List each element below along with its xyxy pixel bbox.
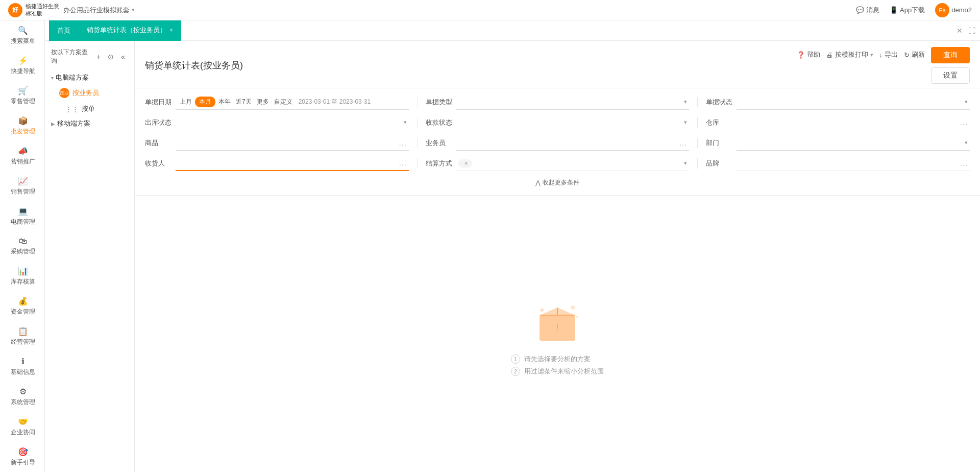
topbar-left: 好 畅捷通好生意 标准版 办公用品行业模拟账套 ▾ [8,3,135,17]
tab-close-button[interactable]: × [169,27,173,34]
department-select[interactable]: ▾ [737,135,970,151]
add-scheme-button[interactable]: + [93,52,104,62]
collapse-panel-button[interactable]: « [118,52,128,62]
settings-button[interactable]: 设置 [931,67,970,84]
sidebar-item-label: 经营管理 [11,338,35,346]
warehouse-input[interactable]: … [737,115,970,130]
sidebar-item-wholesale[interactable]: 📦 批发管理 [0,111,44,141]
finance-icon: 💰 [18,296,28,306]
message-icon: 💬 [856,6,864,14]
sidebar-item-inventory[interactable]: 📊 库存核算 [0,261,44,291]
shortcut-custom[interactable]: 自定义 [272,97,295,107]
warehouse-dots-icon[interactable]: … [960,118,968,127]
tab-home[interactable]: 首页 [49,20,79,41]
salesperson-input[interactable]: … [456,135,690,151]
refresh-button[interactable]: ↻ 刷新 [904,50,925,59]
query-button[interactable]: 查询 [931,47,970,63]
sidebar-item-quicknav[interactable]: ⚡ 快捷导航 [0,51,44,81]
goods-label: 商品 [145,138,176,148]
tab-active[interactable]: 销货单统计表（按业务员） × [79,20,181,41]
sidebar-item-basics[interactable]: ℹ 基础信息 [0,351,44,382]
sidebar-item-operations[interactable]: 📋 经营管理 [0,321,44,351]
date-range-text: 2023-03-01 至 2023-03-31 [299,98,371,106]
help-button[interactable]: ❓ 帮助 [797,50,820,59]
collapse-up-icon: ⋀ [535,179,541,186]
sidebar-item-search[interactable]: 🔍 搜索菜单 [0,20,44,51]
refresh-icon: ↻ [904,51,910,59]
sidebar-item-retail[interactable]: 🛒 零售管理 [0,81,44,111]
department-arrow-icon: ▾ [965,139,968,146]
sidebar-item-label: 基础信息 [11,368,35,376]
tree-child-salesperson[interactable]: 按业 按业务员 [45,85,134,101]
doc-status-arrow-icon: ▾ [965,99,968,105]
sub-child-icon: ⋮⋮ [65,105,79,113]
window-close-button[interactable]: ✕ [955,27,964,35]
marketing-icon: 📣 [18,146,28,156]
settle-method-input[interactable]: × ▾ [456,156,690,171]
logo-icon: 好 [8,3,22,17]
tree-desktop-parent[interactable]: ▾ 电脑端方案 [45,70,134,85]
payment-status-arrow-icon: ▾ [684,119,687,126]
brand-input[interactable]: … [737,156,970,171]
tree-mobile-parent[interactable]: ▶ 移动端方案 [45,116,134,131]
shortcut-7days[interactable]: 近7天 [234,97,254,107]
tree-section: ▾ 电脑端方案 按业 按业务员 ⋮⋮ 按单 ▶ 移动端方案 [45,68,134,133]
shortcut-more[interactable]: 更多 [255,97,271,107]
shortcut-this-month[interactable]: 本月 [195,97,215,107]
doc-type-select[interactable]: ▾ [456,95,690,110]
sidebar-item-label: 快捷导航 [11,67,35,76]
brand-dots-icon[interactable]: … [960,159,968,168]
date-label: 单据日期 [145,98,176,107]
wholesale-icon: 📦 [18,116,28,126]
out-status-label: 出库状态 [145,118,176,127]
tree-sub-child-order[interactable]: ⋮⋮ 按单 [45,101,134,116]
empty-box-svg: ! [532,297,583,343]
goods-dots-icon[interactable]: … [399,138,407,148]
copy-scheme-button[interactable]: ⊙ [106,52,116,62]
svg-text:!: ! [556,322,558,333]
payment-status-select[interactable]: ▾ [456,115,690,130]
sidebar-item-label: 采购管理 [11,247,35,256]
sidebar-item-finance[interactable]: 💰 资金管理 [0,291,44,321]
inventory-icon: 📊 [18,266,28,276]
sidebar-item-marketing[interactable]: 📣 营销推广 [0,141,44,171]
sidebar-item-system[interactable]: ⚙ 系统管理 [0,382,44,412]
sidebar-item-label: 批发管理 [11,127,35,136]
topbar-app-title[interactable]: 办公用品行业模拟账套 ▾ [63,6,135,15]
settle-tag-close-icon[interactable]: × [464,160,468,167]
shortcut-this-year[interactable]: 本年 [216,97,233,107]
settle-arrow-icon: ▾ [684,160,687,167]
brand-label: 品牌 [706,159,737,168]
out-status-select[interactable]: ▾ [176,115,409,130]
goods-input[interactable]: … [176,135,409,151]
page-title: 销货单统计表(按业务员) [145,59,243,72]
receiver-dots-icon[interactable]: … [399,158,407,168]
tabbar: 首页 销货单统计表（按业务员） × ✕ ⛶ [45,20,980,41]
sidebar-item-collab[interactable]: 🤝 企业协同 [0,412,44,442]
window-maximize-button[interactable]: ⛶ [968,27,976,35]
basics-icon: ℹ [21,357,24,366]
sidebar-item-sales[interactable]: 📈 销售管理 [0,171,44,201]
user-menu[interactable]: Ea demo2 [935,3,972,17]
app-download-button[interactable]: 📱 App下载 [890,6,925,15]
print-button[interactable]: 🖨 按模板打印 ▾ [826,50,873,59]
help-icon: ❓ [797,51,805,59]
receiver-input[interactable]: … [176,156,409,171]
doc-status-select[interactable]: ▾ [737,95,970,110]
print-arrow-icon: ▾ [870,52,873,58]
salesperson-dots-icon[interactable]: … [679,138,687,148]
collapse-button[interactable]: ⋀ 收起更多条件 [535,178,579,187]
collapse-row: ⋀ 收起更多条件 [145,176,970,189]
sidebar-item-label: 搜索菜单 [11,37,35,45]
dropdown-arrow-icon[interactable]: ▾ [132,7,135,13]
sidebar-item-purchase[interactable]: 🛍 采购管理 [0,231,44,261]
sidebar-item-newbie[interactable]: 🎯 新手引导 [0,442,44,472]
sidebar-item-ecom[interactable]: 💻 电商管理 [0,201,44,231]
message-button[interactable]: 💬 消息 [856,6,879,15]
svg-point-4 [541,309,544,312]
sidebar-item-label: 资金管理 [11,308,35,316]
sidebar: 🔍 搜索菜单 ⚡ 快捷导航 🛒 零售管理 📦 批发管理 📣 营销推广 📈 销售管… [0,20,45,472]
shortcut-last-month[interactable]: 上月 [178,97,194,107]
export-button[interactable]: ↓ 导出 [879,50,898,59]
left-panel-actions: + ⊙ « [93,52,128,62]
